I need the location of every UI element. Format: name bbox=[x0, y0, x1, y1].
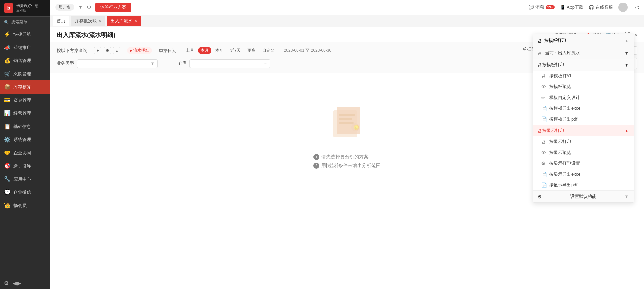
member-icon: 👑 bbox=[4, 202, 11, 209]
sidebar-item-wechat[interactable]: 💬 企业微信 bbox=[0, 186, 50, 199]
inventory-icon: 📦 bbox=[4, 84, 11, 90]
template-pdf-icon: 📄 bbox=[541, 116, 547, 122]
print-dropdown-panel: 🖨 按模板打印 ▲ 🖨 当前：出入库流水 ▼ 🖨 按模板打印 ▼ 🖨 按模板打印… bbox=[533, 34, 634, 203]
sidebar-item-quick-nav[interactable]: ⚡ 快捷导航 bbox=[0, 28, 50, 41]
display-print-icon: 🖨 bbox=[538, 128, 542, 133]
sidebar-item-inventory[interactable]: 📦 库存核算 bbox=[0, 80, 50, 94]
close-tab-inout-flow[interactable]: × bbox=[135, 19, 137, 23]
tab-bar: 首页库存批次账×出入库流水× bbox=[50, 15, 644, 27]
template-excel-icon: 📄 bbox=[541, 106, 547, 111]
sidebar-items: ⚡ 快捷导航 📣 营销推广 💰 销售管理 🛒 采购管理 📦 库存核算 💳 资金管… bbox=[0, 28, 50, 277]
app-download-action[interactable]: 📱 App下载 bbox=[560, 4, 583, 10]
date-opt-本年[interactable]: 本年 bbox=[213, 47, 226, 54]
business-type-select[interactable]: ▼ bbox=[77, 59, 158, 68]
step-2-num: 2 bbox=[313, 163, 319, 169]
warehouse-label: 仓库 bbox=[178, 60, 187, 67]
app-center-icon: 🔧 bbox=[4, 176, 11, 182]
toggle-sidebar-icon[interactable]: ◀▶ bbox=[13, 280, 21, 286]
template-preview-btn[interactable]: 👁 按模板预览 bbox=[533, 81, 634, 92]
sidebar-item-app-center[interactable]: 🔧 应用中心 bbox=[0, 173, 50, 186]
filter-collapse-btn[interactable]: « bbox=[113, 47, 120, 54]
template-export-excel-btn[interactable]: 📄 按模板导出excel bbox=[533, 103, 634, 114]
display-preview-btn[interactable]: 👁 按显示预览 bbox=[533, 147, 634, 158]
sidebar-item-cooperation[interactable]: 🤝 企业协同 bbox=[0, 146, 50, 159]
sales-label: 销售管理 bbox=[13, 58, 31, 64]
panel-footer[interactable]: ⚙ 设置默认功能 ▼ bbox=[533, 191, 634, 202]
system-label: 系统管理 bbox=[13, 137, 31, 143]
template-print-btn[interactable]: 🖨 按模板打印 bbox=[533, 71, 634, 81]
panel-current-item[interactable]: 🖨 当前：出入库流水 ▼ bbox=[533, 47, 634, 59]
display-export-excel-btn[interactable]: 📄 按显示导出excel bbox=[533, 169, 634, 180]
filter-settings-btn[interactable]: ⚙ bbox=[104, 47, 111, 54]
sidebar-item-marketing[interactable]: 📣 营销推广 bbox=[0, 41, 50, 54]
business-type-field: 业务类型 ▼ bbox=[57, 59, 158, 68]
svg-rect-3 bbox=[339, 118, 352, 120]
sidebar-item-purchase[interactable]: 🛒 采购管理 bbox=[0, 67, 50, 80]
tab-label-home: 首页 bbox=[57, 18, 65, 24]
date-field-label: 单据日期 bbox=[159, 48, 176, 54]
warehouse-more[interactable]: ··· bbox=[264, 61, 267, 66]
empty-step-1: 1 请先选择要分析的方案 bbox=[313, 154, 381, 160]
sidebar-item-finance[interactable]: 💳 资金管理 bbox=[0, 94, 50, 107]
sidebar-item-sales[interactable]: 💰 销售管理 bbox=[0, 54, 50, 67]
business-type-label: 业务类型 bbox=[57, 60, 74, 67]
date-opt-本月[interactable]: 本月 bbox=[198, 47, 211, 54]
display-excel-icon: 📄 bbox=[541, 172, 547, 177]
warehouse-select[interactable]: ··· bbox=[189, 59, 270, 68]
close-page-icon[interactable]: × bbox=[634, 32, 637, 38]
tab-batch-account[interactable]: 库存批次账× bbox=[71, 16, 105, 26]
date-opt-更多[interactable]: 更多 bbox=[245, 47, 258, 54]
tab-home[interactable]: 首页 bbox=[53, 16, 69, 26]
step-1-num: 1 bbox=[313, 154, 319, 160]
sidebar-item-member[interactable]: 👑 畅会员 bbox=[0, 199, 50, 212]
sidebar-item-basic-info[interactable]: 📋 基础信息 bbox=[0, 120, 50, 133]
date-opt-上月[interactable]: 上月 bbox=[183, 47, 197, 54]
template-custom-icon: ✏ bbox=[541, 95, 547, 100]
sidebar-item-operations[interactable]: 📊 经营管理 bbox=[0, 107, 50, 120]
tab-label-inout-flow: 出入库流水 bbox=[111, 18, 133, 24]
filter-label: 按以下方案查询 bbox=[57, 48, 87, 54]
tab-inout-flow[interactable]: 出入库流水× bbox=[107, 16, 141, 26]
sidebar-bottom: ⚙ ◀▶ bbox=[0, 277, 50, 289]
display-export-pdf-btn[interactable]: 📄 按显示导出pdf bbox=[533, 180, 634, 190]
header-settings-icon[interactable]: ⚙ bbox=[87, 4, 91, 10]
warehouse-field: 仓库 ··· bbox=[178, 59, 270, 68]
empty-step-2: 2 用[过滤]条件来缩小分析范围 bbox=[313, 163, 381, 169]
display-print-settings-btn[interactable]: ⚙ 按显示打印设置 bbox=[533, 158, 634, 169]
search-icon: 🔍 bbox=[4, 20, 9, 25]
template-print-item-icon: 🖨 bbox=[541, 73, 547, 79]
app-download-icon: 📱 bbox=[560, 5, 565, 10]
message-action[interactable]: 💬 消息 99+ bbox=[529, 4, 555, 10]
sidebar-item-guide[interactable]: 🎯 新手引导 bbox=[0, 159, 50, 173]
template-print-header[interactable]: 🖨 按模板打印 ▼ bbox=[533, 59, 634, 71]
trial-button[interactable]: 体验行业方案 bbox=[95, 3, 131, 12]
filter-add-btn[interactable]: + bbox=[94, 47, 101, 54]
settings-icon[interactable]: ⚙ bbox=[4, 280, 9, 286]
sidebar-search[interactable]: 🔍 搜索菜单 bbox=[0, 17, 50, 28]
template-export-pdf-btn[interactable]: 📄 按模板导出pdf bbox=[533, 114, 634, 125]
template-custom-btn[interactable]: ✏ 模板自定义设计 bbox=[533, 92, 634, 103]
date-opt-近7天[interactable]: 近7天 bbox=[228, 47, 243, 54]
panel-collapse-arrow[interactable]: ▲ bbox=[624, 38, 629, 43]
purchase-icon: 🛒 bbox=[4, 71, 11, 77]
display-preview-icon: 👁 bbox=[541, 150, 547, 155]
date-range: 2023-06-01 至 2023-06-30 bbox=[284, 48, 331, 53]
display-print-header[interactable]: 🖨 按显示打印 ▲ bbox=[533, 125, 634, 136]
empty-icon: 😐 bbox=[327, 100, 367, 147]
close-tab-batch-account[interactable]: × bbox=[99, 19, 101, 23]
user-avatar[interactable] bbox=[618, 3, 628, 12]
system-icon: ⚙️ bbox=[4, 136, 11, 143]
date-options: 上月本月本年近7天更多自定义 bbox=[183, 47, 277, 54]
cooperation-label: 企业协同 bbox=[13, 150, 31, 156]
guide-label: 新手引导 bbox=[13, 163, 31, 169]
header-actions: 💬 消息 99+ 📱 App下载 🎧 在线客服 Rit bbox=[529, 3, 639, 12]
online-service-action[interactable]: 🎧 在线客服 bbox=[589, 4, 613, 10]
basic-info-icon: 📋 bbox=[4, 123, 11, 130]
empty-steps-list: 1 请先选择要分析的方案 2 用[过滤]条件来缩小分析范围 bbox=[313, 154, 381, 172]
user-area[interactable]: 用户名 bbox=[55, 4, 74, 11]
date-opt-自定义[interactable]: 自定义 bbox=[260, 47, 277, 54]
sidebar-item-system[interactable]: ⚙️ 系统管理 bbox=[0, 133, 50, 146]
display-print-btn[interactable]: 🖨 按显示打印 bbox=[533, 136, 634, 147]
quick-nav-label: 快捷导航 bbox=[13, 31, 31, 37]
user-dropdown-arrow[interactable]: ▼ bbox=[78, 5, 83, 10]
